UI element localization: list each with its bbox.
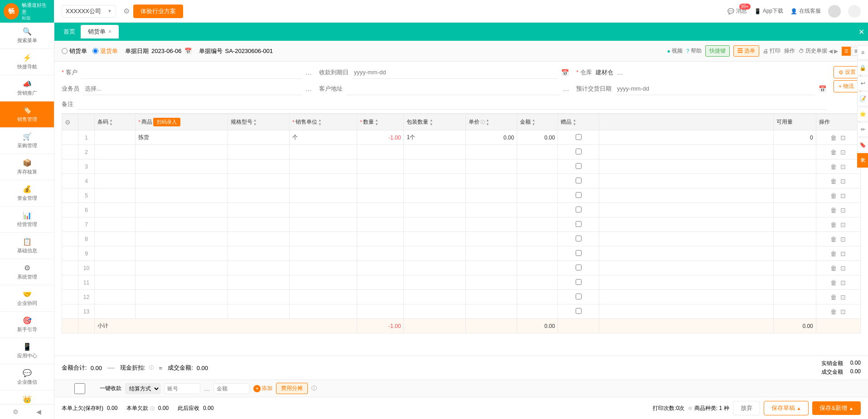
row-qty-cell[interactable]: [357, 275, 404, 290]
sidebar-item-guide[interactable]: 🎯新手引导: [0, 312, 54, 338]
sidebar-item-system[interactable]: ⚙系统管理: [0, 259, 54, 285]
row-amount-cell[interactable]: [517, 217, 558, 232]
row-amount-cell[interactable]: 0.00: [517, 130, 558, 145]
row-qty-cell[interactable]: [357, 290, 404, 304]
row-price-cell[interactable]: [466, 174, 517, 188]
row-gift-cell[interactable]: [558, 130, 599, 145]
row-copy-btn[interactable]: ⊡: [839, 264, 847, 273]
video-link[interactable]: ● 视频: [667, 47, 683, 55]
row-price-cell[interactable]: [466, 217, 517, 232]
row-barcode-cell[interactable]: [95, 290, 136, 304]
row-spec-cell[interactable]: [228, 275, 289, 290]
row-gift-cell[interactable]: [558, 188, 599, 203]
row-barcode-cell[interactable]: [95, 304, 136, 319]
sidebar-item-enterprise[interactable]: 🤝企业协同: [0, 285, 54, 312]
row-price-cell[interactable]: 0.00: [466, 130, 517, 145]
gift-checkbox[interactable]: [576, 207, 582, 212]
row-amount-cell[interactable]: [517, 304, 558, 319]
sidebar-item-marketing[interactable]: 📣营销推广: [0, 75, 54, 101]
sidebar-item-quick-nav[interactable]: ⚡快捷导航: [0, 49, 54, 75]
row-note-cell[interactable]: [599, 275, 773, 290]
row-qty-cell[interactable]: [357, 246, 404, 261]
gift-checkbox[interactable]: [576, 149, 582, 154]
scan-button[interactable]: 扫码录入: [153, 118, 180, 126]
row-copy-btn[interactable]: ⊡: [839, 177, 847, 186]
row-qty-cell[interactable]: [357, 261, 404, 275]
row-barcode-cell[interactable]: [95, 217, 136, 232]
row-gift-cell[interactable]: [558, 203, 599, 217]
note-input[interactable]: [77, 99, 826, 110]
payment-due-input[interactable]: [352, 66, 558, 79]
row-qty-cell[interactable]: [357, 145, 404, 159]
row-amount-cell[interactable]: [517, 203, 558, 217]
row-spec-cell[interactable]: [228, 130, 289, 145]
row-delete-btn[interactable]: 🗑: [829, 206, 838, 215]
history-nav-prev[interactable]: ◀: [829, 48, 833, 54]
ops-btn[interactable]: 操作: [784, 47, 795, 55]
customer-addr-dots[interactable]: ...: [563, 85, 569, 93]
row-delete-btn[interactable]: 🗑: [829, 148, 838, 157]
trial-button[interactable]: 体验行业方案: [133, 5, 183, 18]
row-spec-cell[interactable]: [228, 159, 289, 174]
row-delete-btn[interactable]: 🗑: [829, 264, 838, 273]
row-note-cell[interactable]: [599, 145, 773, 159]
save-new-button[interactable]: 保存&新增 ▲: [812, 401, 861, 415]
sidebar-collapse-btn[interactable]: ◀: [36, 408, 41, 415]
customer-dots[interactable]: ...: [305, 68, 311, 77]
row-gift-cell[interactable]: [558, 232, 599, 246]
sidebar-item-purchase[interactable]: 🛒采购管理: [0, 128, 54, 154]
sidebar-item-search[interactable]: 🔍搜索菜单: [0, 23, 54, 49]
row-note-cell[interactable]: [599, 174, 773, 188]
row-copy-btn[interactable]: ⊡: [839, 133, 847, 142]
row-amount-cell[interactable]: [517, 174, 558, 188]
row-spec-cell[interactable]: [228, 203, 289, 217]
row-gift-cell[interactable]: [558, 159, 599, 174]
row-price-cell[interactable]: [466, 203, 517, 217]
company-selector[interactable]: XXXXXX公司 ▼: [62, 5, 116, 18]
sidebar-item-finance[interactable]: 💰资金管理: [0, 180, 54, 207]
history-btn[interactable]: ⏱ 历史单据 ◀ ▶: [799, 47, 838, 55]
tab-bar-close-icon[interactable]: ✕: [858, 28, 864, 36]
row-delete-btn[interactable]: 🗑: [829, 235, 838, 244]
expense-btn[interactable]: 费用分摊: [276, 383, 308, 394]
row-barcode-cell[interactable]: [95, 275, 136, 290]
row-gift-cell[interactable]: [558, 217, 599, 232]
row-copy-btn[interactable]: ⊡: [839, 293, 847, 302]
history-nav-next[interactable]: ▶: [834, 48, 838, 54]
row-copy-btn[interactable]: ⊡: [839, 220, 847, 229]
right-panel-btn-5[interactable]: ⭐: [857, 107, 868, 121]
radio-sales-order[interactable]: 销货单: [62, 47, 87, 55]
row-spec-cell[interactable]: [228, 246, 289, 261]
avatar[interactable]: [828, 5, 841, 18]
row-gift-cell[interactable]: [558, 290, 599, 304]
customer-input[interactable]: [81, 66, 302, 79]
quick-pay-checkbox[interactable]: 一键收款: [62, 383, 121, 394]
sidebar-item-apps[interactable]: 📱应用中心: [0, 338, 54, 364]
row-barcode-cell[interactable]: [95, 203, 136, 217]
row-note-cell[interactable]: [599, 246, 773, 261]
row-qty-cell[interactable]: [357, 159, 404, 174]
sidebar-item-basics[interactable]: 📋基础信息: [0, 233, 54, 259]
row-spec-cell[interactable]: [228, 290, 289, 304]
row-amount-cell[interactable]: [517, 261, 558, 275]
row-delete-btn[interactable]: 🗑: [829, 307, 838, 316]
row-copy-btn[interactable]: ⊡: [839, 278, 847, 287]
payment-due-calendar-icon[interactable]: 📅: [561, 69, 569, 76]
row-copy-btn[interactable]: ⊡: [839, 148, 847, 157]
right-panel-btn-6[interactable]: ✏: [857, 122, 868, 137]
row-spec-cell[interactable]: [228, 261, 289, 275]
gift-checkbox[interactable]: [576, 265, 582, 270]
right-panel-btn-7[interactable]: 🔖: [857, 138, 868, 152]
gift-checkbox[interactable]: [576, 163, 582, 169]
row-delete-btn[interactable]: 🗑: [829, 293, 838, 302]
sidebar-item-member[interactable]: 👑畅会员: [0, 390, 54, 404]
sidebar-settings-btn[interactable]: ⚙: [13, 408, 19, 415]
row-amount-cell[interactable]: [517, 290, 558, 304]
row-delete-btn[interactable]: 🗑: [829, 177, 838, 186]
right-panel-btn-8[interactable]: 🛠: [857, 153, 868, 168]
row-copy-btn[interactable]: ⊡: [839, 235, 847, 244]
row-note-cell[interactable]: [599, 203, 773, 217]
row-qty-cell[interactable]: [357, 217, 404, 232]
row-gift-cell[interactable]: [558, 174, 599, 188]
amount-input[interactable]: [213, 383, 250, 394]
